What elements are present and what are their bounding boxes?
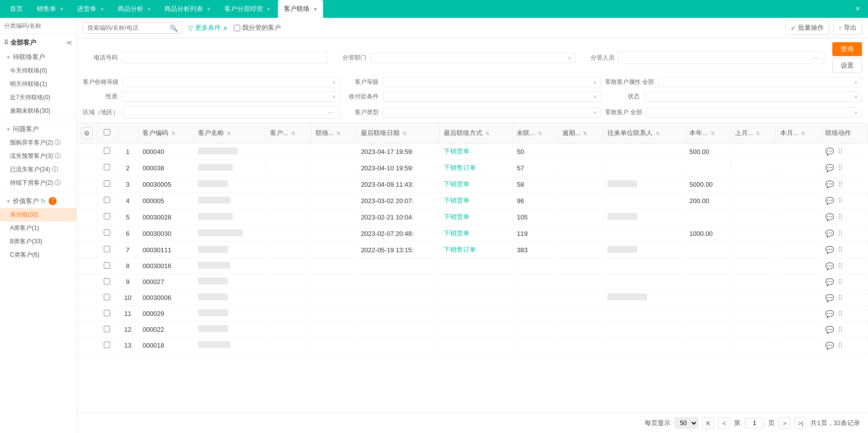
status-select[interactable]: ∨: [644, 91, 862, 102]
settings-icon[interactable]: ⚙: [81, 127, 93, 139]
chat-icon-2[interactable]: 💬: [825, 164, 834, 172]
sidebar-item-today[interactable]: 今天待联络(0): [0, 64, 76, 77]
overdue-col-header[interactable]: 逾期... ⇅: [558, 123, 603, 144]
chat-icon-12[interactable]: 💬: [825, 326, 834, 334]
sidebar-item-7days[interactable]: 近7天待联络(0): [0, 91, 76, 104]
more-icon-3[interactable]: ⠿: [838, 180, 843, 188]
close-purchase-tab[interactable]: ×: [100, 6, 103, 12]
more-icon-1[interactable]: ⠿: [838, 147, 843, 155]
row-last-type-link-5[interactable]: 下销货单: [444, 213, 469, 220]
row-checkbox-4[interactable]: [104, 197, 110, 203]
chat-icon-8[interactable]: 💬: [825, 262, 834, 270]
row-checkbox-12[interactable]: [104, 326, 110, 332]
chat-icon-9[interactable]: 💬: [825, 278, 834, 286]
search-icon[interactable]: 🔍: [170, 24, 178, 32]
more-icon-5[interactable]: ⠿: [838, 213, 843, 221]
row-checkbox-11[interactable]: [104, 310, 110, 316]
row-checkbox-9[interactable]: [104, 278, 110, 285]
chat-icon-7[interactable]: 💬: [825, 246, 834, 254]
customer-level-select[interactable]: ∨: [383, 77, 601, 87]
row-checkbox-8[interactable]: [104, 262, 110, 269]
sidebar-item-churned[interactable]: 已流失客户(24) ⓘ: [0, 163, 76, 176]
sidebar-search-input[interactable]: [4, 22, 77, 29]
code-col-header[interactable]: 客户编码 ⇅: [138, 123, 194, 144]
tab-home[interactable]: 首页: [4, 0, 29, 18]
value-customers-group[interactable]: ▼ 价值客户 ↻ 7: [0, 194, 76, 208]
type-col-header[interactable]: 客户... ⇅: [266, 123, 311, 144]
tab-analysis-list[interactable]: 商品分析列表 ×: [158, 0, 216, 18]
search-input[interactable]: [87, 24, 167, 31]
export-button[interactable]: ↑ 导出: [833, 21, 863, 35]
phone-input[interactable]: [122, 52, 328, 64]
row-checkbox-10[interactable]: [104, 294, 110, 300]
more-conditions-button[interactable]: ▽ 更多条件 ∧: [188, 23, 228, 32]
sidebar-item-declining[interactable]: 持续下滑客户(2) ⓘ: [0, 176, 76, 190]
more-icon-8[interactable]: ⠿: [838, 262, 843, 270]
partner-contact-col-header[interactable]: 往来单位联系人 ⇅: [603, 123, 685, 144]
close-analysis-tab[interactable]: ×: [147, 6, 150, 12]
tab-analysis[interactable]: 商品分析 ×: [112, 0, 156, 18]
nature-select[interactable]: ∨: [122, 91, 340, 102]
tab-purchase[interactable]: 进货单 ×: [71, 0, 109, 18]
more-icon-2[interactable]: ⠿: [838, 164, 843, 172]
row-checkbox-7[interactable]: [104, 246, 110, 252]
row-checkbox-3[interactable]: [104, 180, 110, 187]
chat-icon-13[interactable]: 💬: [825, 342, 834, 350]
more-icon-9[interactable]: ⠿: [838, 278, 843, 286]
customer-type-select[interactable]: ∨: [383, 107, 601, 118]
sidebar-item-abnormal[interactable]: 囤购异常客户(2) ⓘ: [0, 136, 76, 149]
next-page-button[interactable]: >: [779, 417, 791, 429]
name-col-header[interactable]: 客户名称 ⇅: [194, 123, 266, 144]
row-checkbox-6[interactable]: [104, 229, 110, 236]
payment-select[interactable]: ∨: [383, 91, 601, 102]
tab-customer-tier[interactable]: 客户分层经营 ×: [218, 0, 276, 18]
chat-icon-3[interactable]: 💬: [825, 180, 834, 188]
first-page-button[interactable]: K: [702, 417, 714, 429]
row-checkbox-1[interactable]: [104, 147, 110, 154]
reset-button[interactable]: 设置: [832, 58, 862, 73]
last-page-button[interactable]: >|: [795, 417, 806, 429]
per-page-select[interactable]: 50: [674, 418, 698, 429]
more-icon-10[interactable]: ⠿: [838, 294, 843, 302]
close-sales-tab[interactable]: ×: [60, 6, 63, 12]
refresh-icon[interactable]: ↻: [41, 198, 46, 205]
row-last-type-link-2[interactable]: 下销售订单: [444, 164, 476, 171]
sidebar-item-ungrouped[interactable]: 未分组(32): [0, 208, 76, 221]
more-icon-12[interactable]: ⠿: [838, 326, 843, 334]
pending-contact-group[interactable]: ▼ 待联络客户: [0, 50, 76, 64]
close-analysis-list-tab[interactable]: ×: [207, 6, 210, 12]
chat-icon-10[interactable]: 💬: [825, 294, 834, 302]
close-customer-tier-tab[interactable]: ×: [267, 6, 270, 12]
collapse-sidebar-button[interactable]: ≪: [66, 39, 72, 46]
sidebar-item-overdue[interactable]: 逾期未联络(30): [0, 104, 76, 118]
chat-icon-11[interactable]: 💬: [825, 310, 834, 318]
contact-col-header[interactable]: 联络... ⇅: [311, 123, 356, 144]
select-all-checkbox[interactable]: [104, 129, 110, 136]
all-customers-header[interactable]: ⠿ 全部客户 ≪: [0, 34, 76, 50]
row-checkbox-5[interactable]: [104, 213, 110, 219]
row-last-type-link-3[interactable]: 下销货单: [444, 180, 469, 188]
region-select[interactable]: ···: [123, 106, 340, 119]
page-number-input[interactable]: [744, 418, 764, 428]
more-icon-4[interactable]: ⠿: [838, 197, 843, 205]
sidebar-item-churn-warning[interactable]: 流失预警客户(3) ⓘ: [0, 149, 76, 163]
prev-page-button[interactable]: <: [718, 417, 730, 429]
manager-select[interactable]: ···: [618, 51, 824, 64]
retail-attr-select[interactable]: ∨: [658, 77, 862, 87]
close-customer-contact-tab[interactable]: ×: [314, 6, 317, 12]
sidebar-item-class-b[interactable]: B类客户(33): [0, 235, 76, 248]
chat-icon-4[interactable]: 💬: [825, 197, 834, 205]
this-year-col-header[interactable]: 本年... ⇅: [685, 123, 731, 144]
chat-icon-1[interactable]: 💬: [825, 147, 834, 155]
my-customers-checkbox[interactable]: [234, 25, 240, 31]
sidebar-item-class-a[interactable]: A类客户(1): [0, 221, 76, 235]
more-icon-7[interactable]: ⠿: [838, 246, 843, 254]
row-checkbox-13[interactable]: [104, 342, 110, 348]
row-last-type-link-1[interactable]: 下销货单: [444, 147, 469, 155]
more-icon-6[interactable]: ⠿: [838, 229, 843, 237]
chat-icon-5[interactable]: 💬: [825, 213, 834, 221]
sidebar-item-tomorrow[interactable]: 明天待联络(1): [0, 77, 76, 91]
last-contact-date-col-header[interactable]: 最后联络日期 ⇅: [357, 123, 440, 144]
row-last-type-link-7[interactable]: 下销售订单: [444, 246, 476, 253]
this-month-col-header[interactable]: 本月... ⇅: [776, 123, 821, 144]
